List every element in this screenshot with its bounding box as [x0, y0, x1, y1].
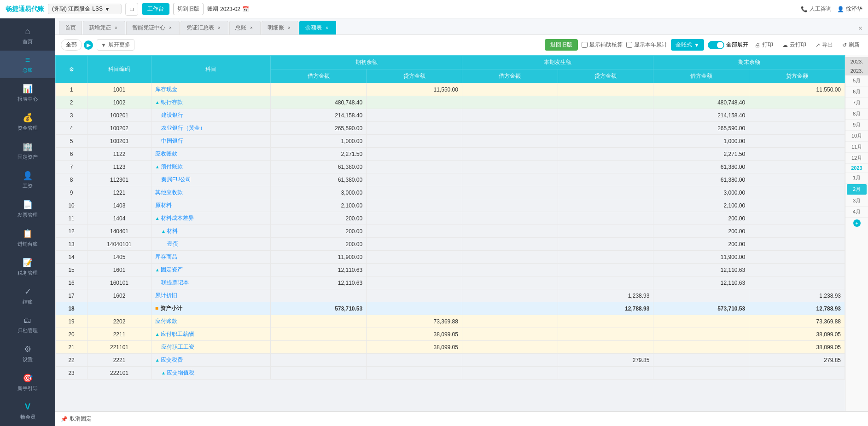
table-row[interactable]: 61122应收账款2,271.502,271.50 — [56, 148, 845, 161]
row-name[interactable]: 应收账款 — [151, 148, 271, 161]
table-row[interactable]: 111404▲材料成本差异200.00200.00 — [56, 212, 845, 225]
year-item-2023[interactable]: 2023 — [845, 164, 868, 173]
table-row[interactable]: 12140401 ▲材料200.00200.00 — [56, 225, 845, 238]
tab-close-new-voucher[interactable]: × — [113, 25, 119, 31]
row-name[interactable]: ▲银行存款 — [151, 96, 271, 109]
row-name[interactable]: 联提票记本 — [151, 276, 271, 289]
sidebar-item-settings[interactable]: ⚙ 设置 — [0, 340, 55, 368]
unpin-button[interactable]: 📌 取消固定 — [61, 415, 92, 423]
month-item-1[interactable]: 1月 — [845, 173, 868, 184]
th-settings[interactable]: ⚙ — [56, 56, 87, 83]
show-aux-checkbox[interactable]: 显示辅助核算 — [582, 41, 623, 49]
row-name[interactable]: 中国银行 — [151, 135, 271, 148]
tab-close-smart-center[interactable]: × — [167, 25, 174, 31]
tab-detail-ledger[interactable]: 明细账 × — [262, 21, 298, 35]
filter-all-button[interactable]: 全部 — [61, 39, 82, 51]
toggle-switch[interactable] — [708, 41, 724, 49]
table-row[interactable]: 192202应付账款73,369.8873,369.88 — [56, 315, 845, 328]
sidebar-item-capital[interactable]: 💰 资金管理 — [0, 108, 55, 136]
table-row[interactable]: 71123▲预付账款61,380.0061,380.00 — [56, 161, 845, 173]
row-name[interactable]: 库存现金 — [151, 83, 271, 96]
month-item-8[interactable]: 8月 — [845, 109, 868, 120]
tab-smart-center[interactable]: 智能凭证中心 × — [126, 21, 180, 35]
cloud-print-button[interactable]: ☁ 云打印 — [780, 40, 809, 50]
back-to-old-button[interactable]: 退回旧版 — [545, 39, 578, 51]
format-button[interactable]: 全账式 ▼ — [671, 39, 704, 51]
row-name[interactable]: ▲预付账款 — [151, 161, 271, 173]
table-container[interactable]: ⚙ 科目编码 科目 期初余额 本期发生额 期末余额 借方金额 贷方金额 借方金额… — [55, 55, 845, 411]
row-name[interactable]: 应付账款 — [151, 315, 271, 328]
tab-voucher-summary[interactable]: 凭证汇总表 × — [181, 21, 228, 35]
print-button[interactable]: 🖨 打印 — [752, 40, 776, 50]
tab-close-balance-sheet[interactable]: × — [324, 25, 330, 31]
sidebar-item-invoice[interactable]: 📄 发票管理 — [0, 195, 55, 223]
workbench-button[interactable]: 工作台 — [142, 3, 169, 15]
user-info[interactable]: 👤 徐泽华 — [837, 5, 862, 13]
expand-more-button[interactable]: ▼ 展开更多 — [97, 39, 134, 51]
month-item-5[interactable]: 5月 — [845, 75, 868, 86]
row-name[interactable]: ▲应交增值税 — [151, 367, 271, 380]
month-item-11[interactable]: 11月 — [845, 142, 868, 153]
table-row[interactable]: 8112301 秦属EU公司61,380.0061,380.00 — [56, 173, 845, 186]
tab-close-detail-ledger[interactable]: × — [286, 25, 292, 31]
show-aux-input[interactable] — [582, 42, 588, 48]
row-name[interactable]: 库存商品 — [151, 251, 271, 264]
table-row[interactable]: 23222101 ▲应交增值税 — [56, 367, 845, 380]
row-name[interactable]: 应付职工工资 — [151, 341, 271, 354]
show-ytd-input[interactable] — [626, 42, 632, 48]
tab-new-voucher[interactable]: 新增凭证 × — [83, 21, 125, 35]
copy-button[interactable]: □ — [125, 3, 138, 16]
table-row[interactable]: 202211▲应付职工薪酬38,099.0538,099.05 — [56, 328, 845, 341]
month-item-7[interactable]: 7月 — [845, 98, 868, 109]
row-name[interactable]: 累计折旧 — [151, 289, 271, 302]
month-item-12[interactable]: 12月 — [845, 153, 868, 164]
row-name[interactable]: 壹蛋 — [151, 238, 271, 251]
table-row[interactable]: 171602累计折旧1,238.931,238.93 — [56, 289, 845, 302]
export-button[interactable]: ↗ 导出 — [813, 40, 836, 50]
row-name[interactable]: ▲应交税费 — [151, 354, 271, 367]
tab-home[interactable]: 首页 — [59, 21, 82, 35]
tab-close-ledger[interactable]: × — [248, 25, 255, 31]
table-row[interactable]: 4100202 农业银行（黄金）265,590.00265,590.00 — [56, 122, 845, 135]
refresh-button[interactable]: ↺ 刷新 — [839, 40, 862, 50]
sidebar-item-tax[interactable]: 📝 税务管理 — [0, 253, 55, 281]
table-row[interactable]: 11001库存现金11,550.0011,550.00 — [56, 83, 845, 96]
sidebar-item-report[interactable]: 📊 报表中心 — [0, 79, 55, 107]
sidebar-item-vip[interactable]: V 畅会员 — [0, 397, 55, 425]
month-item-9[interactable]: 9月 — [845, 120, 868, 131]
sidebar-item-salary[interactable]: 👤 工资 — [0, 166, 55, 194]
row-name[interactable]: 其他应收款 — [151, 186, 271, 199]
tab-bar-close-button[interactable]: × — [856, 23, 864, 35]
table-row[interactable]: 21002▲银行存款480,748.40480,748.40 — [56, 96, 845, 109]
row-name[interactable]: ▲固定资产 — [151, 264, 271, 276]
switch-version-button[interactable]: 切到旧版 — [173, 3, 204, 15]
tab-close-voucher-summary[interactable]: × — [216, 25, 222, 31]
month-item-3[interactable]: 3月 — [845, 196, 868, 207]
filter-arrow-button[interactable]: ▶ — [84, 40, 93, 50]
table-row[interactable]: 5100203 中国银行1,000.001,000.00 — [56, 135, 845, 148]
sidebar-item-home[interactable]: ⌂ 首页 — [0, 22, 55, 50]
table-row[interactable]: 3100201 建设银行214,158.40214,158.40 — [56, 109, 845, 122]
table-row[interactable]: 101403原材料2,100.002,100.00 — [56, 199, 845, 212]
month-item-4[interactable]: 4月 — [845, 207, 868, 218]
consult-button[interactable]: 📞 人工咨询 — [801, 5, 832, 13]
row-name[interactable]: 原材料 — [151, 199, 271, 212]
month-item-2[interactable]: 2月 — [847, 184, 867, 195]
row-name[interactable]: ▲应付职工薪酬 — [151, 328, 271, 341]
row-name[interactable]: ▲材料 — [151, 225, 271, 238]
show-ytd-checkbox[interactable]: 显示本年累计 — [626, 41, 667, 49]
table-row[interactable]: 16160101 联提票记本12,110.6312,110.63 — [56, 276, 845, 289]
table-row[interactable]: 18■资产小计573,710.5312,788.93573,710.5312,7… — [56, 302, 845, 315]
row-name[interactable]: 农业银行（黄金） — [151, 122, 271, 135]
sidebar-item-fixed-asset[interactable]: 🏢 固定资产 — [0, 137, 55, 165]
sidebar-item-purchase[interactable]: 📋 进销台账 — [0, 224, 55, 252]
table-row[interactable]: 21221101 应付职工工资38,099.0538,099.05 — [56, 341, 845, 354]
month-item-6[interactable]: 6月 — [845, 86, 868, 98]
calendar-icon[interactable]: 📅 — [242, 6, 249, 12]
table-row[interactable]: 222221▲应交税费279.85279.85 — [56, 354, 845, 367]
table-row[interactable]: 1314040101 壹蛋200.00200.00 — [56, 238, 845, 251]
row-name[interactable]: 建设银行 — [151, 109, 271, 122]
sidebar-item-settlement[interactable]: ✓ 结账 — [0, 282, 55, 310]
sidebar-item-archive[interactable]: 🗂 归档管理 — [0, 311, 55, 339]
sidebar-item-ledger[interactable]: ≡ 总账 — [0, 51, 55, 78]
